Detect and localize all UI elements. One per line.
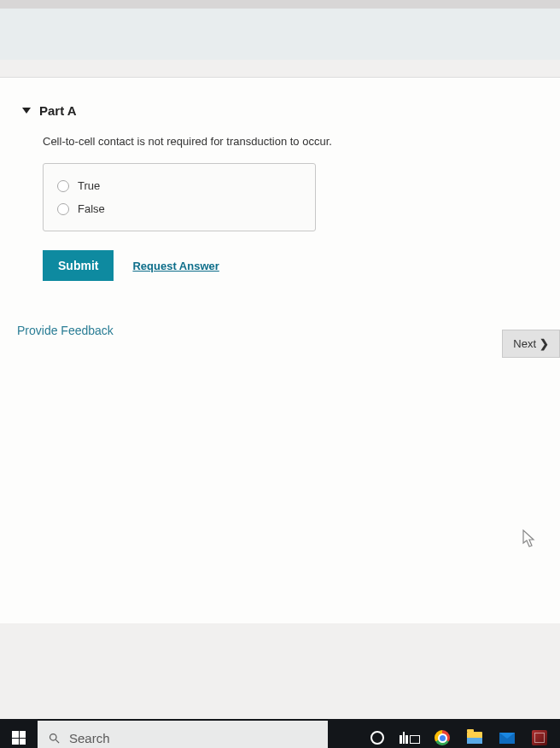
chevron-down-icon — [22, 108, 31, 114]
cortana-button[interactable] — [369, 729, 386, 746]
folder-icon — [467, 732, 482, 744]
snip-icon — [532, 730, 547, 745]
submit-button[interactable]: Submit — [43, 250, 114, 281]
task-view-icon — [400, 732, 420, 744]
taskbar-icons — [369, 729, 560, 746]
provide-feedback-link[interactable]: Provide Feedback — [17, 324, 543, 337]
cursor-icon — [522, 529, 536, 548]
option-false[interactable]: False — [57, 197, 301, 220]
snip-button[interactable] — [531, 729, 548, 746]
option-true[interactable]: True — [57, 174, 301, 197]
chrome-icon — [435, 730, 450, 745]
taskbar: Search — [0, 719, 560, 748]
mail-icon — [499, 733, 515, 744]
svg-line-1 — [55, 739, 59, 743]
taskbar-search[interactable]: Search — [38, 721, 328, 748]
circle-icon — [370, 731, 384, 745]
mail-button[interactable] — [499, 729, 516, 746]
part-title: Part A — [39, 103, 77, 118]
task-view-button[interactable] — [401, 729, 418, 746]
action-row: Submit Request Answer — [43, 250, 543, 281]
screen: Part A Cell-to-cell contact is not requi… — [0, 9, 560, 748]
start-button[interactable] — [0, 719, 38, 748]
windows-icon — [12, 731, 26, 745]
top-banner — [0, 9, 560, 60]
radio-icon[interactable] — [57, 180, 69, 192]
next-label: Next — [513, 337, 536, 350]
part-header[interactable]: Part A — [22, 103, 543, 118]
question-text: Cell-to-cell contact is not required for… — [43, 135, 543, 148]
option-label: True — [78, 179, 100, 192]
search-placeholder: Search — [69, 731, 110, 745]
content-area: Part A Cell-to-cell contact is not requi… — [0, 77, 560, 623]
request-answer-link[interactable]: Request Answer — [132, 260, 219, 272]
options-box: True False — [43, 163, 316, 231]
option-label: False — [78, 202, 105, 215]
file-explorer-button[interactable] — [466, 729, 483, 746]
radio-icon[interactable] — [57, 203, 69, 215]
search-icon — [48, 732, 61, 745]
chrome-button[interactable] — [434, 729, 451, 746]
next-button[interactable]: Next ❯ — [502, 330, 560, 358]
svg-point-0 — [50, 733, 57, 740]
chevron-right-icon: ❯ — [540, 337, 549, 350]
